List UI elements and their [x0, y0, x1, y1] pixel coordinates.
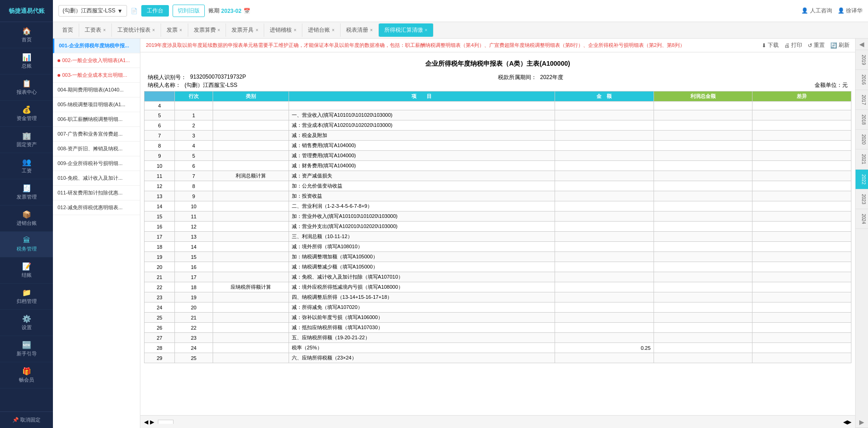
calendar-icon[interactable]: 📅	[243, 8, 250, 14]
table-row-amount[interactable]	[555, 252, 654, 262]
table-row-item[interactable]: 加：营业外收入(填写A101010\101020\103000)	[289, 211, 555, 222]
form-list-item-001[interactable]: 001-企业所得税年度纳税申报...	[53, 39, 140, 53]
table-row-amount[interactable]	[555, 272, 654, 282]
table-row-item[interactable]: 减：管理费用(填写A104000)	[289, 151, 555, 161]
year-2016[interactable]: 2016	[856, 70, 868, 90]
table-row-amount[interactable]	[555, 110, 654, 120]
form-list-item-008[interactable]: 008-资产折旧、摊销及纳税...	[53, 142, 140, 156]
table-row-amount[interactable]	[555, 353, 654, 363]
tab-purchase-audit[interactable]: 进销稽核 ×	[264, 23, 302, 37]
table-row-amount[interactable]	[555, 333, 654, 343]
table-row-amount[interactable]: 0.25	[555, 343, 654, 353]
table-row-item[interactable]: 税率（25%）	[289, 343, 555, 353]
table-row-item[interactable]: 减：营业成本(填写A102010\102020\103000)	[289, 120, 555, 131]
table-row-amount[interactable]	[555, 171, 654, 181]
year-2017[interactable]: 2017	[856, 90, 868, 110]
close-icon[interactable]: ×	[332, 28, 335, 33]
next-sheet-icon[interactable]: ▶	[150, 419, 154, 425]
tab-salary[interactable]: 工资表 ×	[79, 23, 112, 37]
sidebar-item-ledger[interactable]: 📊 总账	[0, 48, 53, 74]
scroll-left-icon[interactable]: ◀	[843, 419, 847, 425]
reset-button[interactable]: ↺ 重置	[808, 41, 825, 49]
tab-purchase-ledger[interactable]: 进销台账 ×	[302, 23, 341, 37]
table-row-item[interactable]: 加：纳税调整增加额（填写A105000）	[289, 252, 555, 262]
table-row-amount[interactable]	[555, 222, 654, 232]
year-2022[interactable]: 2022	[856, 170, 868, 189]
table-row-amount[interactable]	[555, 131, 654, 141]
sidebar-item-guide[interactable]: 🆕 新手引导	[0, 336, 53, 362]
table-row-item[interactable]: 减：税金及附加	[289, 131, 555, 141]
prev-sheet-icon[interactable]: ◀	[144, 419, 148, 425]
workbench-button[interactable]: 工作台	[141, 5, 169, 17]
table-row-amount[interactable]	[555, 242, 654, 252]
table-row-amount[interactable]	[555, 262, 654, 272]
form-list-item-005[interactable]: 005-纳税调整项目明细表(A1...	[53, 97, 140, 112]
close-icon[interactable]: ×	[103, 28, 106, 33]
form-list-item-007[interactable]: 007-广告费和业务宣传费超...	[53, 127, 140, 142]
sidebar-item-member[interactable]: 🎁 畅会员	[0, 362, 53, 388]
table-row-item[interactable]: 一、营业收入(填写A101010\101020\103000)	[289, 110, 555, 120]
table-row-item[interactable]: 减：弥补以前年度亏损（填写A106000）	[289, 313, 555, 323]
table-row-amount[interactable]	[555, 323, 654, 333]
tab-tax-list[interactable]: 税表清册 ×	[341, 23, 379, 37]
year-panel-collapse[interactable]: ◀	[856, 39, 868, 50]
sidebar-bottom-pin[interactable]: 📌 取消固定	[0, 411, 53, 428]
table-row-item[interactable]: 减：纳税调整减少额（填写A105000）	[289, 262, 555, 272]
year-2021[interactable]: 2021	[856, 149, 868, 169]
close-icon[interactable]: ×	[255, 28, 258, 33]
table-row-amount[interactable]	[555, 151, 654, 161]
form-list-item-012[interactable]: 012-减免所得税优惠明细表...	[53, 200, 140, 215]
form-list-item-004[interactable]: 004-期间费用明细表(A1040...	[53, 83, 140, 97]
year-2018[interactable]: 2018	[856, 110, 868, 130]
table-row-amount[interactable]	[555, 102, 654, 110]
table-row-item[interactable]: 加：投资收益	[289, 191, 555, 201]
close-icon[interactable]: ×	[179, 28, 182, 33]
table-row-item[interactable]: 减：营业外支出(填写A102010\102020\103000)	[289, 222, 555, 232]
tab-income-tax[interactable]: 所得税汇算清缴 ×	[379, 23, 434, 37]
sidebar-item-assets[interactable]: 🏢 固定资产	[0, 127, 53, 153]
form-list-item-002[interactable]: 002-一般企业收入明细表(A1...	[53, 53, 140, 68]
table-row-item[interactable]: 四、纳税调整后所得（13-14+15-16-17+18）	[289, 292, 555, 302]
refresh-button[interactable]: 🔄 刷新	[830, 41, 850, 49]
table-row-item[interactable]	[289, 102, 555, 110]
table-row-item[interactable]: 二、营业利润（1-2-3-4-5-6-7-8+9）	[289, 201, 555, 211]
sidebar-item-report[interactable]: 📋 报表中心	[0, 74, 53, 101]
table-row-amount[interactable]	[555, 201, 654, 211]
tab-home[interactable]: 首页	[57, 23, 79, 37]
sidebar-item-invoice[interactable]: 🧾 发票管理	[0, 179, 53, 205]
form-list-item-003[interactable]: 003-一般企业成本支出明细...	[53, 68, 140, 83]
form-list-item-010[interactable]: 010-免税、减计收入及加计...	[53, 171, 140, 186]
table-row-amount[interactable]	[555, 313, 654, 323]
year-panel-expand[interactable]: ▶	[856, 417, 868, 428]
form-list-item-006[interactable]: 006-职工薪酬纳税调整明细...	[53, 112, 140, 127]
table-row-amount[interactable]	[555, 292, 654, 302]
sidebar-item-archive[interactable]: 📁 归档管理	[0, 284, 53, 310]
table-row-item[interactable]: 减：抵扣应纳税所得额（填写A107030）	[289, 323, 555, 333]
close-icon[interactable]: ×	[218, 28, 220, 33]
table-row-amount[interactable]	[555, 120, 654, 131]
year-2023[interactable]: 2023	[856, 189, 868, 209]
table-row-item[interactable]: 减：境外应税所得抵减境内亏损（填写A108000）	[289, 282, 555, 292]
sidebar-item-home[interactable]: 🏠 首页	[0, 22, 53, 48]
table-row-item[interactable]: 减：免税、减计收入及加计扣除（填写A107010）	[289, 272, 555, 282]
sidebar-item-settings[interactable]: ⚙️ 设置	[0, 310, 53, 336]
close-icon[interactable]: ×	[370, 28, 373, 33]
sidebar-item-close[interactable]: 📝 结账	[0, 257, 53, 284]
table-row-amount[interactable]	[555, 191, 654, 201]
tab-invoice-open[interactable]: 发票开具 ×	[226, 23, 264, 37]
print-button[interactable]: 🖨 打印	[784, 41, 802, 49]
close-icon[interactable]: ×	[425, 28, 428, 33]
table-row-item[interactable]: 加：公允价值变动收益	[289, 181, 555, 191]
form-list-item-009[interactable]: 009-企业所得税补亏损明细...	[53, 156, 140, 171]
table-row-amount[interactable]	[555, 232, 654, 242]
sidebar-item-finance[interactable]: 💰 资金管理	[0, 101, 53, 127]
close-icon[interactable]: ×	[294, 28, 296, 33]
download-button[interactable]: ⬇ 下载	[762, 41, 779, 49]
table-row-item[interactable]: 三、利润总额（10-11-12）	[289, 232, 555, 242]
table-row-amount[interactable]	[555, 161, 654, 171]
close-icon[interactable]: ×	[152, 28, 155, 33]
table-row-item[interactable]: 六、应纳所得税额（23×24）	[289, 353, 555, 363]
tab-invoice-fee[interactable]: 发票算费 ×	[188, 23, 226, 37]
table-row-item[interactable]: 五、应纳税所得额（19-20-21-22）	[289, 333, 555, 343]
sidebar-item-tax[interactable]: 🏛 税务管理	[0, 232, 53, 257]
